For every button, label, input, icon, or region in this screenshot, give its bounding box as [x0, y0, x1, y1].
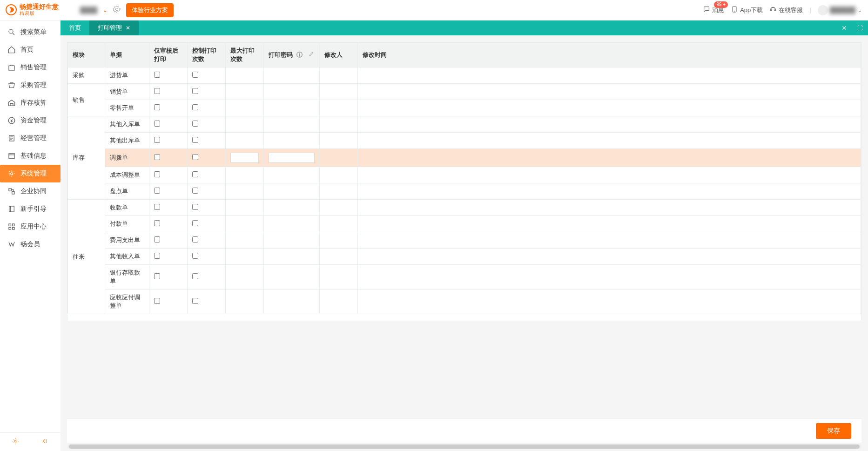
- brand-sub: 精易版: [20, 10, 59, 17]
- online-service-button[interactable]: 在线客服: [769, 6, 803, 14]
- audit-only-cell: [149, 265, 188, 289]
- audit-only-checkbox[interactable]: [154, 171, 160, 177]
- sidebar-item-purchase[interactable]: 采购管理: [0, 76, 61, 94]
- audit-only-checkbox[interactable]: [154, 236, 160, 242]
- sidebar-item-app-center[interactable]: 应用中心: [0, 218, 61, 236]
- audit-only-cell: [149, 183, 188, 200]
- sidebar-item-system[interactable]: 系统管理: [0, 165, 61, 182]
- sidebar-item-label: 搜索菜单: [20, 28, 47, 36]
- footer-bar: 保存: [67, 418, 861, 443]
- doc-cell: 其他入库单: [105, 116, 149, 133]
- table-row: 应收应付调整单: [68, 289, 861, 314]
- app-download-button[interactable]: App下载: [731, 6, 763, 14]
- finance-icon: [7, 116, 16, 125]
- svg-rect-13: [13, 224, 15, 226]
- close-all-tabs-icon[interactable]: [836, 20, 852, 35]
- svg-point-16: [14, 440, 16, 442]
- sidebar-item-finance[interactable]: 资金管理: [0, 112, 61, 129]
- print-management-card: 模块 单据 仅审核后打印 控制打印次数 最大打印次数 打印密码 ⓘ 修改人: [67, 42, 861, 321]
- col-control-count: 控制打印次数: [188, 43, 226, 67]
- module-cell: 销售: [68, 84, 105, 116]
- user-name: ██████: [830, 7, 855, 13]
- sidebar-item-sales[interactable]: 销售管理: [0, 59, 61, 76]
- modifier-cell: [320, 249, 358, 265]
- audit-only-checkbox[interactable]: [154, 298, 160, 304]
- edit-column-icon[interactable]: [309, 51, 315, 58]
- control-count-cell: [188, 289, 226, 314]
- sidebar-item-enterprise-collab[interactable]: 企业协同: [0, 182, 61, 200]
- control-count-checkbox[interactable]: [192, 236, 198, 242]
- max-count-input[interactable]: [230, 153, 259, 163]
- messages-badge: 99 +: [714, 1, 728, 8]
- control-count-cell: [188, 149, 226, 167]
- module-cell: 往来: [68, 200, 105, 314]
- collapse-sidebar-icon[interactable]: [30, 433, 61, 451]
- print-password-cell: [264, 265, 320, 289]
- modified-time-cell: [358, 183, 861, 200]
- control-count-checkbox[interactable]: [192, 121, 198, 127]
- control-count-checkbox[interactable]: [192, 88, 198, 94]
- audit-only-checkbox[interactable]: [154, 121, 160, 127]
- control-count-checkbox[interactable]: [192, 171, 198, 177]
- close-icon[interactable]: ✕: [126, 25, 130, 31]
- sidebar-item-home[interactable]: 首页: [0, 41, 61, 59]
- audit-only-checkbox[interactable]: [154, 88, 160, 94]
- app-download-label: App下载: [740, 6, 763, 14]
- max-count-cell: [226, 249, 264, 265]
- audit-only-cell: [149, 84, 188, 100]
- sidebar-item-operations[interactable]: 经营管理: [0, 129, 61, 147]
- modifier-cell: [320, 100, 358, 116]
- control-count-checkbox[interactable]: [192, 273, 198, 279]
- gear-icon[interactable]: [113, 6, 121, 14]
- table-row: 其他收入单: [68, 249, 861, 265]
- fullscreen-icon[interactable]: [852, 20, 868, 35]
- control-count-checkbox[interactable]: [192, 137, 198, 143]
- org-selector[interactable]: ████ ⌄: [77, 6, 121, 14]
- audit-only-checkbox[interactable]: [154, 154, 160, 160]
- tab[interactable]: 首页: [61, 20, 89, 35]
- settings-icon[interactable]: [0, 433, 30, 451]
- col-print-password: 打印密码 ⓘ: [264, 43, 320, 67]
- sidebar-item-search-menu[interactable]: 搜索菜单: [0, 23, 61, 41]
- doc-cell: 盘点单: [105, 183, 149, 200]
- messages-button[interactable]: 消息 99 +: [703, 6, 724, 14]
- tab-label: 首页: [69, 24, 81, 32]
- audit-only-checkbox[interactable]: [154, 220, 160, 226]
- brand-logo: 畅捷通好生意 精易版: [6, 3, 59, 17]
- col-modified-time: 修改时间: [358, 43, 861, 67]
- audit-only-checkbox[interactable]: [154, 104, 160, 110]
- sidebar-item-member[interactable]: 畅会员: [0, 236, 61, 253]
- audit-only-cell: [149, 149, 188, 167]
- tab[interactable]: 打印管理✕: [89, 20, 139, 35]
- save-button[interactable]: 保存: [816, 423, 851, 439]
- audit-only-checkbox[interactable]: [154, 253, 160, 259]
- audit-only-checkbox[interactable]: [154, 273, 160, 279]
- industry-solution-button[interactable]: 体验行业方案: [126, 3, 174, 17]
- user-menu[interactable]: ██████ ⌄: [818, 5, 862, 15]
- control-count-checkbox[interactable]: [192, 154, 198, 160]
- control-count-checkbox[interactable]: [192, 72, 198, 78]
- modified-time-cell: [358, 216, 861, 232]
- control-count-checkbox[interactable]: [192, 253, 198, 259]
- modified-time-cell: [358, 167, 861, 183]
- control-count-checkbox[interactable]: [192, 104, 198, 110]
- audit-only-checkbox[interactable]: [154, 204, 160, 210]
- help-icon[interactable]: ⓘ: [296, 51, 303, 58]
- svg-rect-14: [9, 228, 11, 230]
- sidebar-item-label: 库存核算: [20, 99, 47, 107]
- sidebar-item-basic-info[interactable]: 基础信息: [0, 147, 61, 165]
- audit-only-checkbox[interactable]: [154, 72, 160, 78]
- scrollbar-thumb[interactable]: [69, 444, 860, 449]
- sidebar-item-newbie[interactable]: 新手引导: [0, 200, 61, 218]
- print-password-input[interactable]: [269, 153, 315, 163]
- print-password-cell: [264, 149, 320, 167]
- audit-only-checkbox[interactable]: [154, 188, 160, 194]
- control-count-checkbox[interactable]: [192, 188, 198, 194]
- control-count-checkbox[interactable]: [192, 298, 198, 304]
- control-count-checkbox[interactable]: [192, 220, 198, 226]
- control-count-checkbox[interactable]: [192, 204, 198, 210]
- audit-only-checkbox[interactable]: [154, 137, 160, 143]
- sidebar-item-stock-check[interactable]: 库存核算: [0, 94, 61, 112]
- horizontal-scrollbar[interactable]: [67, 444, 861, 449]
- control-count-cell: [188, 183, 226, 200]
